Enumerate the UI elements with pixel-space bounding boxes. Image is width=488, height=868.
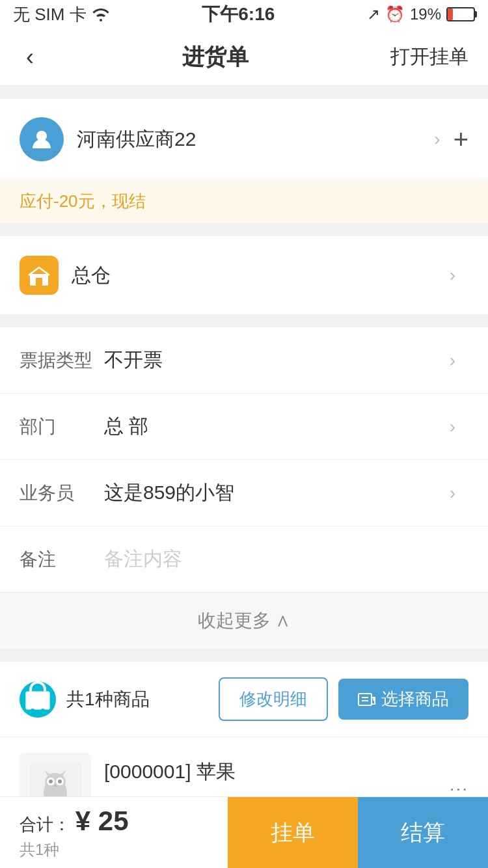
products-icon-bg — [20, 681, 56, 718]
supplier-name: 河南供应商22 — [77, 126, 434, 153]
svg-rect-6 — [359, 694, 372, 705]
section-gap-1 — [0, 86, 488, 99]
status-time: 下午6:16 — [202, 2, 275, 27]
warehouse-name: 总仓 — [72, 262, 450, 289]
products-header: 共1种商品 修改明细 选择商品 — [0, 662, 488, 737]
warehouse-section: 总仓 › — [0, 236, 488, 314]
svg-point-5 — [41, 709, 45, 712]
product-title: 苹果 — [197, 761, 236, 782]
open-pending-button[interactable]: 打开挂单 — [390, 44, 468, 70]
battery-icon — [446, 7, 475, 21]
supplier-chevron-icon: › — [434, 129, 440, 150]
status-right: ↗ ⏰ 19% — [367, 5, 475, 23]
status-bar: 无 SIM 卡 下午6:16 ↗ ⏰ 19% — [0, 0, 488, 29]
warehouse-icon-bg — [20, 256, 59, 295]
supplier-section: 河南供应商22 › + 应付-20元，现结 — [0, 99, 488, 223]
checkout-button[interactable]: 结算 — [358, 797, 488, 869]
products-count: 共1种商品 — [66, 687, 219, 712]
remark-row[interactable]: 备注 备注内容 — [0, 526, 488, 592]
carrier-text: 无 SIM 卡 — [13, 3, 87, 26]
hang-order-button[interactable]: 挂单 — [228, 797, 358, 869]
total-amount: ¥ 25 — [75, 806, 129, 836]
wifi-icon — [92, 7, 110, 21]
invoice-type-label: 票据类型 — [20, 348, 104, 373]
svg-point-4 — [31, 709, 34, 712]
product-code: [0000001] — [104, 761, 191, 782]
select-product-button[interactable]: 选择商品 — [338, 679, 468, 720]
total-label: 合计： — [20, 815, 70, 834]
svg-point-14 — [49, 780, 53, 783]
avatar-icon — [29, 126, 55, 152]
location-icon: ↗ — [367, 5, 380, 23]
bottom-bar: 合计： ¥ 25 共1种 挂单 结算 — [0, 796, 488, 868]
department-value: 总 部 — [104, 413, 450, 440]
cart-icon — [20, 681, 56, 718]
total-sub: 共1种 — [20, 839, 208, 860]
department-label: 部门 — [20, 414, 104, 439]
supplier-row[interactable]: 河南供应商22 › + — [0, 99, 488, 180]
product-name: [0000001] 苹果 — [104, 759, 450, 785]
warehouse-row[interactable]: 总仓 › — [0, 236, 488, 314]
alarm-icon: ⏰ — [385, 5, 405, 23]
battery-percent: 19% — [410, 5, 441, 23]
total-line: 合计： ¥ 25 — [20, 806, 208, 837]
status-carrier: 无 SIM 卡 — [13, 3, 110, 26]
add-supplier-button[interactable]: + — [454, 125, 468, 154]
salesperson-label: 业务员 — [20, 481, 104, 506]
invoice-type-value: 不开票 — [104, 347, 450, 373]
invoice-chevron-icon: › — [450, 350, 455, 371]
nav-bar: ‹ 进货单 打开挂单 — [0, 29, 488, 86]
svg-point-15 — [58, 780, 62, 783]
salesperson-value: 这是859的小智 — [104, 480, 450, 506]
page-title: 进货单 — [182, 42, 249, 72]
remark-label: 备注 — [20, 547, 104, 572]
department-row[interactable]: 部门 总 部 › — [0, 393, 488, 459]
warehouse-icon — [27, 264, 51, 287]
salesperson-row[interactable]: 业务员 这是859的小智 › — [0, 459, 488, 526]
supplier-avatar — [20, 117, 64, 161]
section-gap-4 — [0, 649, 488, 662]
total-section: 合计： ¥ 25 共1种 — [0, 806, 228, 860]
edit-details-button[interactable]: 修改明细 — [219, 677, 328, 721]
warehouse-chevron-icon: › — [450, 265, 455, 286]
invoice-type-row[interactable]: 票据类型 不开票 › — [0, 327, 488, 393]
back-button[interactable]: ‹ — [20, 37, 40, 77]
svg-rect-2 — [36, 278, 42, 286]
select-product-label: 选择商品 — [381, 688, 449, 711]
remark-placeholder: 备注内容 — [104, 546, 468, 573]
collapse-button[interactable]: 收起更多 ∧ — [0, 592, 488, 649]
select-product-icon — [358, 692, 376, 707]
form-section: 票据类型 不开票 › 部门 总 部 › 业务员 这是859的小智 › 备注 备注… — [0, 327, 488, 649]
department-chevron-icon: › — [450, 416, 455, 437]
supplier-notice: 应付-20元，现结 — [0, 180, 488, 223]
section-gap-3 — [0, 314, 488, 327]
svg-rect-3 — [25, 691, 49, 709]
section-gap-2 — [0, 223, 488, 236]
salesperson-chevron-icon: › — [450, 483, 455, 504]
